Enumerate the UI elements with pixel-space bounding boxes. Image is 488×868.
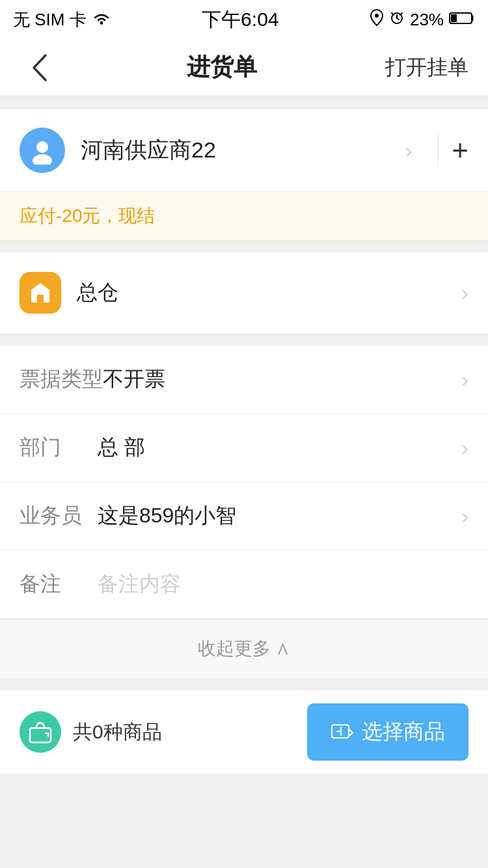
warehouse-row[interactable]: 总仓 › xyxy=(0,252,488,334)
location-icon xyxy=(370,9,384,31)
svg-point-1 xyxy=(375,14,379,18)
invoice-type-row[interactable]: 票据类型 不开票 › xyxy=(0,346,488,414)
department-label: 部门 xyxy=(20,433,98,462)
warehouse-section: 总仓 › xyxy=(0,252,488,334)
supplier-name: 河南供应商22 xyxy=(81,135,405,165)
remark-row[interactable]: 备注 备注内容 xyxy=(0,550,488,619)
add-supplier-button[interactable]: + xyxy=(452,136,468,165)
invoice-type-label: 票据类型 xyxy=(20,365,103,394)
nav-bar: 进货单 打开挂单 xyxy=(0,39,488,96)
section-divider-1 xyxy=(0,96,488,109)
department-row[interactable]: 部门 总 部 › xyxy=(0,414,488,482)
svg-rect-9 xyxy=(37,295,44,303)
vertical-divider xyxy=(438,134,439,167)
svg-marker-8 xyxy=(30,283,51,291)
page-background xyxy=(0,774,488,868)
section-divider-3 xyxy=(0,334,488,346)
status-time: 下午6:04 xyxy=(202,7,278,33)
warehouse-name: 总仓 xyxy=(77,278,461,307)
salesperson-label: 业务员 xyxy=(20,502,98,530)
invoice-type-chevron-icon: › xyxy=(461,368,468,392)
form-section: 票据类型 不开票 › 部门 总 部 › 业务员 这是859的小智 › 备注 备注… xyxy=(0,346,488,678)
remark-label: 备注 xyxy=(20,570,98,599)
salesperson-chevron-icon: › xyxy=(461,504,468,528)
svg-point-5 xyxy=(36,141,48,153)
salesperson-row[interactable]: 业务员 这是859的小智 › xyxy=(0,482,488,550)
notice-text: 应付-20元，现结 xyxy=(20,206,155,226)
open-pending-button[interactable]: 打开挂单 xyxy=(385,53,468,82)
alarm-icon xyxy=(389,10,405,30)
status-bar: 无 SIM 卡 下午6:04 23% xyxy=(0,0,488,39)
invoice-type-value: 不开票 xyxy=(103,365,461,394)
product-count-wrap: 共0种商品 xyxy=(20,711,162,753)
remark-placeholder[interactable]: 备注内容 xyxy=(98,570,468,599)
supplier-avatar xyxy=(20,128,65,173)
supplier-section: 河南供应商22 › + 应付-20元，现结 xyxy=(0,109,488,241)
department-chevron-icon: › xyxy=(461,436,468,460)
salesperson-value: 这是859的小智 xyxy=(98,502,461,530)
status-left: 无 SIM 卡 xyxy=(13,8,111,31)
wifi-icon xyxy=(92,10,111,30)
product-count-text: 共0种商品 xyxy=(73,719,162,746)
department-value: 总 部 xyxy=(98,433,461,462)
supplier-chevron-icon: › xyxy=(405,139,413,163)
warehouse-chevron-icon: › xyxy=(461,281,468,305)
back-button[interactable] xyxy=(20,53,59,83)
svg-point-6 xyxy=(33,154,52,165)
supplier-row[interactable]: 河南供应商22 › + xyxy=(0,109,488,192)
warehouse-icon-wrap xyxy=(20,272,61,314)
section-divider-4 xyxy=(0,678,488,690)
notice-bar: 应付-20元，现结 xyxy=(0,192,488,241)
collapse-label: 收起更多 ∧ xyxy=(198,636,291,661)
product-icon xyxy=(20,711,61,753)
nav-title: 进货单 xyxy=(187,51,257,83)
battery-text: 23% xyxy=(410,10,444,30)
status-right: 23% xyxy=(370,9,475,31)
collapse-row[interactable]: 收起更多 ∧ xyxy=(0,619,488,678)
svg-point-0 xyxy=(100,21,102,24)
section-divider-2 xyxy=(0,241,488,252)
select-product-label: 选择商品 xyxy=(362,718,445,746)
battery-icon xyxy=(449,10,475,30)
bottom-bar: 共0种商品 选择商品 xyxy=(0,690,488,774)
svg-rect-4 xyxy=(451,14,457,22)
carrier-text: 无 SIM 卡 xyxy=(13,8,87,31)
select-product-button[interactable]: 选择商品 xyxy=(307,703,468,761)
